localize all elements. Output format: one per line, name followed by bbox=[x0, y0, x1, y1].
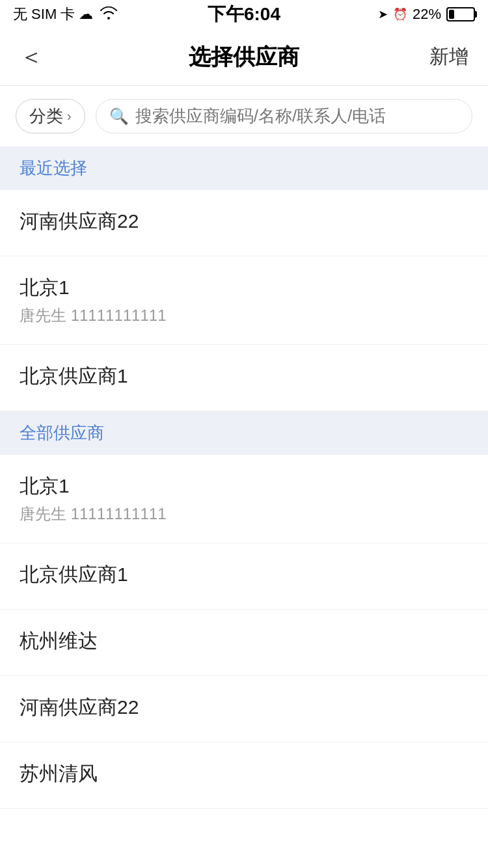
wifi-icon bbox=[100, 5, 118, 23]
add-button[interactable]: 新增 bbox=[429, 44, 468, 70]
item-name: 杭州维达 bbox=[20, 628, 468, 655]
recent-section-header: 最近选择 bbox=[0, 146, 488, 190]
item-name: 北京1 bbox=[20, 275, 468, 301]
no-sim-label: 无 SIM 卡 ☁ bbox=[13, 5, 93, 24]
category-button[interactable]: 分类 › bbox=[16, 99, 85, 133]
item-name: 北京供应商1 bbox=[20, 562, 468, 588]
location-icon: ➤ bbox=[378, 7, 388, 21]
status-right: ➤ ⏰ 22% bbox=[378, 6, 475, 23]
list-item[interactable]: 河南供应商22 bbox=[0, 190, 488, 256]
item-name: 河南供应商22 bbox=[20, 694, 468, 721]
search-input[interactable] bbox=[135, 106, 459, 126]
category-label: 分类 bbox=[29, 105, 63, 128]
all-list: 北京1唐先生 11111111111北京供应商1杭州维达河南供应商22苏州清风 bbox=[0, 455, 488, 809]
recent-header-label: 最近选择 bbox=[20, 158, 87, 178]
item-name: 河南供应商22 bbox=[20, 208, 468, 235]
recent-list: 河南供应商22北京1唐先生 11111111111北京供应商1 bbox=[0, 190, 488, 411]
filter-bar: 分类 › 🔍 bbox=[0, 86, 488, 146]
status-left: 无 SIM 卡 ☁ bbox=[13, 5, 118, 24]
item-name: 北京1 bbox=[20, 473, 468, 500]
nav-bar: ＜ 选择供应商 新增 bbox=[0, 29, 488, 86]
item-sub: 唐先生 11111111111 bbox=[20, 305, 468, 326]
list-item[interactable]: 北京供应商1 bbox=[0, 345, 488, 411]
battery-fill bbox=[449, 10, 454, 19]
item-sub: 唐先生 11111111111 bbox=[20, 504, 468, 524]
status-bar: 无 SIM 卡 ☁ 下午6:04 ➤ ⏰ 22% bbox=[0, 0, 488, 29]
search-box[interactable]: 🔍 bbox=[96, 99, 472, 133]
alarm-icon: ⏰ bbox=[393, 7, 407, 21]
battery-tip bbox=[475, 11, 477, 18]
list-item[interactable]: 苏州清风 bbox=[0, 742, 488, 809]
all-header-label: 全部供应商 bbox=[20, 423, 104, 442]
page-title: 选择供应商 bbox=[189, 42, 299, 72]
search-icon: 🔍 bbox=[109, 107, 129, 126]
list-item[interactable]: 杭州维达 bbox=[0, 610, 488, 676]
list-item[interactable]: 北京供应商1 bbox=[0, 543, 488, 610]
battery-icon bbox=[446, 7, 475, 21]
battery-percentage: 22% bbox=[413, 6, 441, 23]
all-section-header: 全部供应商 bbox=[0, 411, 488, 455]
status-time: 下午6:04 bbox=[208, 2, 280, 27]
list-item[interactable]: 北京1唐先生 11111111111 bbox=[0, 455, 488, 543]
chevron-right-icon: › bbox=[67, 109, 72, 124]
list-item[interactable]: 河南供应商22 bbox=[0, 676, 488, 742]
list-item[interactable]: 北京1唐先生 11111111111 bbox=[0, 256, 488, 345]
back-button[interactable]: ＜ bbox=[20, 41, 59, 73]
item-name: 北京供应商1 bbox=[20, 363, 468, 390]
item-name: 苏州清风 bbox=[20, 761, 468, 787]
